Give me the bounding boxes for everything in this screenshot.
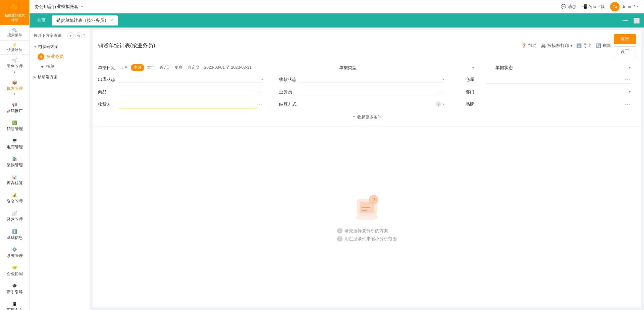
- tab-home[interactable]: 首页: [32, 15, 50, 25]
- inventory-icon: 📊: [12, 175, 17, 179]
- sidebar-item-system[interactable]: ⚙️ 系统管理: [0, 244, 29, 262]
- sidebar-item-appstore[interactable]: 📱 应用中心: [0, 298, 29, 310]
- sidebar-item-marketing[interactable]: 📢 营销推广: [0, 99, 29, 117]
- doc-status-select[interactable]: ▾: [516, 64, 631, 71]
- empty-icon: ?: [350, 192, 384, 222]
- salesperson-label: 业务员: [279, 89, 297, 95]
- sidebar-item-operation[interactable]: 📈 经营管理: [0, 208, 29, 226]
- tab-bar: 首页 销货单统计表（按业务员） × — ⬜: [30, 13, 644, 28]
- date-tab-thisyear[interactable]: 本年: [145, 64, 157, 71]
- desktop-group-label[interactable]: ▼ 电脑端方案: [30, 42, 90, 51]
- salesperson-scheme-icon: 按: [38, 53, 44, 60]
- app-title-dropdown[interactable]: ▾: [81, 5, 83, 8]
- query-button[interactable]: 查询: [614, 34, 636, 44]
- app-title: 办公用品行业模拟账套: [35, 4, 78, 10]
- goods-label: 商品: [98, 89, 115, 95]
- left-panel-header: 按以下方案查询 + ⊙ «: [30, 30, 90, 41]
- date-tab-custom[interactable]: 自定义: [185, 64, 202, 71]
- filter-row-3: 商品 ··· 业务员 ···: [98, 88, 636, 96]
- warehouse-select[interactable]: ···: [486, 75, 631, 84]
- edit-icon: ⊙: [77, 34, 80, 38]
- tab-close-icon[interactable]: ×: [111, 18, 113, 23]
- tab-bar-actions: — ⬜: [621, 16, 641, 25]
- sidebar-item-newbie[interactable]: 🎓 新手引导: [0, 280, 29, 298]
- salesperson-select[interactable]: ···: [299, 88, 444, 96]
- svg-text:?: ?: [372, 197, 375, 202]
- tip-num-2: 2: [337, 236, 342, 242]
- home-tab-label: 首页: [37, 17, 46, 23]
- date-tabs: 上月 本月 本年 近7天 更多 自定义: [118, 64, 202, 71]
- sidebar-item-inventory[interactable]: 📊 库存核算: [0, 171, 29, 190]
- dept-select[interactable]: ▾: [486, 89, 631, 95]
- goods-select[interactable]: ···: [118, 88, 263, 96]
- user-profile[interactable]: Ea demo2 ▾: [610, 2, 639, 11]
- empty-tip-2: 2 用过滤条件来缩小分析范围: [337, 236, 397, 242]
- settlement-select[interactable]: × ▾: [299, 100, 444, 108]
- collapse-btn[interactable]: ⌃ 收起更多条件: [353, 114, 381, 120]
- newbie-icon: 🎓: [12, 283, 17, 288]
- desktop-arrow-icon: ▼: [34, 45, 37, 49]
- top-header: 办公用品行业模拟账套 ▾ 💬 消息 📲 App下载 Ea demo2 ▾: [30, 0, 644, 13]
- mobile-arrow-icon: ▶: [34, 75, 36, 79]
- print-btn[interactable]: 🖨️ 按模板打印 ▾: [541, 43, 572, 49]
- sidebar-item-corp[interactable]: 🤝 企业协同: [0, 262, 29, 280]
- sidebar-quicknav[interactable]: ⚡ 快捷导航: [0, 41, 29, 55]
- filter-row-1: 单据日期 上月 本月 本年 近7天 更多 自定义 2023-03-01 至 20…: [98, 64, 636, 71]
- ecommerce-icon: 🖥️: [12, 139, 17, 143]
- sidebar-search[interactable]: 🔍 搜索菜单: [0, 25, 29, 41]
- scheme-item-order[interactable]: ✦ 按单: [30, 62, 90, 71]
- receiver-input[interactable]: [118, 100, 257, 108]
- tab-minimize-btn[interactable]: —: [621, 16, 629, 25]
- dept-label: 部门: [466, 89, 483, 95]
- finance-icon: 💰: [12, 193, 17, 198]
- system-icon: ⚙️: [12, 247, 17, 252]
- settlement-clear-btn[interactable]: ×: [436, 101, 441, 107]
- app-logo[interactable]: 🔶 畅捷通好生意 标版: [0, 0, 29, 25]
- desktop-group-text: 电脑端方案: [38, 44, 58, 50]
- receiver-dots: ···: [257, 102, 263, 107]
- filter-date: 单据日期 上月 本月 本年 近7天 更多 自定义 2023-03-01 至 20…: [98, 64, 323, 71]
- out-status-arrow: ▾: [261, 78, 263, 81]
- date-tab-more[interactable]: 更多: [173, 64, 185, 71]
- tab-maximize-btn[interactable]: ⬜: [632, 16, 641, 25]
- mobile-group-label[interactable]: ▶ 移动端方案: [30, 72, 90, 82]
- date-tab-thismonth[interactable]: 本月: [131, 64, 144, 71]
- page-title: 销货单统计表(按业务员): [98, 42, 155, 49]
- filter-row-2: 出库状态 ▾ 收款状态 ▾: [98, 75, 636, 84]
- app-download-btn[interactable]: 📲 App下载: [582, 4, 605, 10]
- settlement-arrow: ▾: [442, 102, 444, 106]
- scheme-item-salesperson[interactable]: 按 按业务员: [30, 51, 90, 62]
- edit-scheme-btn[interactable]: ⊙: [75, 32, 82, 39]
- out-status-label: 出库状态: [98, 76, 115, 83]
- filter-receiver: 收货人 ···: [98, 100, 263, 108]
- sidebar-item-retail[interactable]: 🛒 零售管理: [0, 55, 29, 77]
- sidebar-item-ecommerce[interactable]: 🖥️ 电商管理: [0, 135, 29, 153]
- add-scheme-btn[interactable]: +: [67, 32, 74, 39]
- refresh-btn[interactable]: 🔄 刷新: [596, 43, 611, 49]
- sidebar-item-wholesale[interactable]: 📦 批发管理: [0, 77, 29, 99]
- sidebar-item-sales[interactable]: 💹 销售管理: [0, 117, 29, 135]
- sidebar-item-basic[interactable]: ℹ️ 基础信息: [0, 226, 29, 244]
- date-tab-lastmonth[interactable]: 上月: [118, 64, 130, 71]
- sidebar-item-finance[interactable]: 💰 资金管理: [0, 190, 29, 208]
- settings-button[interactable]: 设置: [614, 46, 636, 57]
- payment-status-label: 收款状态: [279, 76, 297, 83]
- sidebar-item-purchase[interactable]: 🛍️ 采购管理: [0, 153, 29, 171]
- filter-area: 单据日期 上月 本月 本年 近7天 更多 自定义 2023-03-01 至 20…: [93, 60, 641, 126]
- settlement-label: 结算方式: [279, 101, 297, 107]
- export-btn[interactable]: ⬇️ 导出: [576, 43, 592, 49]
- date-tab-last7[interactable]: 近7天: [158, 64, 172, 71]
- payment-status-select[interactable]: ▾: [299, 76, 444, 83]
- out-status-select[interactable]: ▾: [118, 76, 263, 83]
- tab-sales-stats[interactable]: 销货单统计表（按业务员） ×: [52, 15, 118, 25]
- collapse-panel-btn[interactable]: «: [83, 32, 86, 39]
- filter-doc-status: 单据状态 ▾: [490, 64, 636, 71]
- doc-type-select[interactable]: ▾: [359, 64, 474, 71]
- help-btn[interactable]: ❓ 帮助: [521, 43, 537, 49]
- message-icon: 💬: [561, 4, 566, 9]
- message-btn[interactable]: 💬 消息: [561, 4, 576, 10]
- filter-settlement: 结算方式 × ▾: [274, 100, 449, 108]
- brand-select[interactable]: ···: [486, 100, 631, 108]
- order-scheme-icon: ✦: [40, 64, 44, 69]
- basic-icon: ℹ️: [12, 229, 17, 234]
